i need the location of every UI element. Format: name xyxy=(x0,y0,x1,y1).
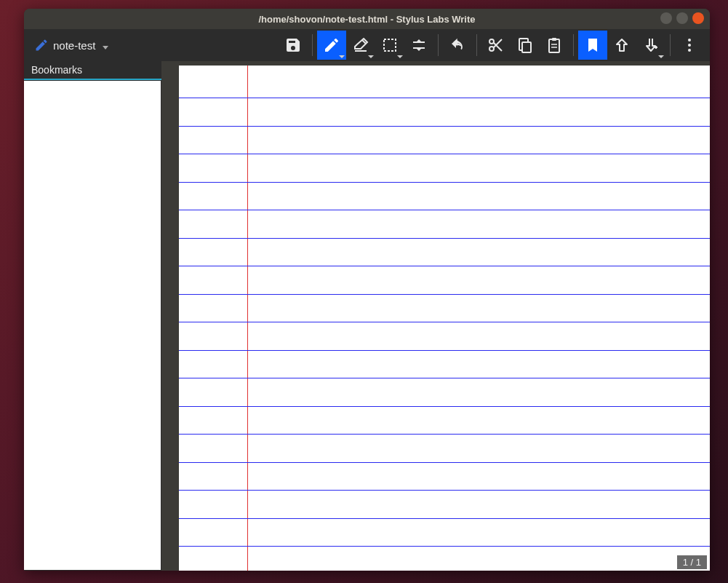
chevron-down-icon xyxy=(368,55,374,58)
pen-tool-button[interactable] xyxy=(317,31,346,60)
next-page-button[interactable] xyxy=(636,31,665,60)
cut-button[interactable] xyxy=(481,31,511,60)
bookmark-button[interactable] xyxy=(578,31,607,60)
minimize-button[interactable] xyxy=(660,12,672,24)
scissors-icon xyxy=(487,36,505,54)
eraser-icon xyxy=(352,36,369,54)
sidebar-header: Bookmarks xyxy=(24,61,161,80)
bookmarks-sidebar: Bookmarks xyxy=(24,61,161,571)
rule-line xyxy=(179,182,710,183)
separator xyxy=(438,34,439,56)
app-window: /home/shovon/note-test.html - Stylus Lab… xyxy=(24,9,710,571)
insert-space-icon xyxy=(410,36,428,54)
separator xyxy=(573,34,574,56)
svg-rect-0 xyxy=(384,39,396,51)
pencil-icon xyxy=(34,38,49,52)
rule-line xyxy=(179,238,710,239)
window-controls xyxy=(660,12,704,24)
rule-line xyxy=(179,406,710,407)
rule-line xyxy=(179,462,710,463)
rule-line xyxy=(179,210,710,210)
bookmarks-list[interactable] xyxy=(24,81,161,570)
titlebar: /home/shovon/note-test.html - Stylus Lab… xyxy=(24,9,710,29)
svg-rect-3 xyxy=(522,42,531,52)
separator xyxy=(670,34,671,56)
arrow-down-plus-icon xyxy=(642,36,660,54)
rule-line xyxy=(179,518,710,519)
arrow-up-icon xyxy=(613,36,631,54)
pen-icon xyxy=(323,36,340,54)
eraser-tool-button[interactable] xyxy=(346,31,375,60)
rule-line xyxy=(179,294,710,295)
insert-space-button[interactable] xyxy=(404,31,433,60)
copy-icon xyxy=(516,36,534,54)
prev-page-button[interactable] xyxy=(607,31,636,60)
select-icon xyxy=(381,36,399,54)
rule-line xyxy=(179,322,710,322)
clipboard-icon xyxy=(545,36,563,54)
rule-line xyxy=(179,266,710,266)
paste-button[interactable] xyxy=(540,31,569,60)
separator xyxy=(476,34,477,56)
note-page[interactable] xyxy=(179,66,710,571)
copy-button[interactable] xyxy=(511,31,540,60)
canvas-area[interactable]: 1 / 1 xyxy=(161,61,710,571)
rule-line xyxy=(179,434,710,435)
bookmark-icon xyxy=(584,36,601,54)
document-switcher[interactable]: note-test xyxy=(30,38,113,52)
rule-line xyxy=(179,98,710,98)
chevron-down-icon xyxy=(339,55,345,58)
chevron-down-icon xyxy=(397,55,403,58)
svg-point-7 xyxy=(688,44,691,47)
save-button[interactable] xyxy=(279,31,308,60)
undo-button[interactable] xyxy=(443,31,472,60)
rule-line xyxy=(179,154,710,154)
rule-line xyxy=(179,126,710,127)
chevron-down-icon xyxy=(103,46,108,49)
toolbar: note-test xyxy=(24,29,710,61)
menu-button[interactable] xyxy=(675,31,704,60)
close-button[interactable] xyxy=(692,12,704,24)
svg-rect-5 xyxy=(552,38,556,41)
svg-point-8 xyxy=(688,49,691,52)
rule-line xyxy=(179,546,710,547)
kebab-menu-icon xyxy=(681,36,698,54)
rule-line xyxy=(179,490,710,491)
content-area: Bookmarks 1 / 1 xyxy=(24,61,710,571)
rule-line xyxy=(179,378,710,378)
margin-line xyxy=(247,66,248,571)
select-tool-button[interactable] xyxy=(375,31,404,60)
undo-icon xyxy=(449,36,466,54)
save-icon xyxy=(284,36,302,54)
svg-point-6 xyxy=(688,39,691,41)
svg-rect-4 xyxy=(549,39,559,52)
maximize-button[interactable] xyxy=(676,12,688,24)
rule-line xyxy=(179,350,710,351)
document-name: note-test xyxy=(53,39,95,52)
window-title: /home/shovon/note-test.html - Stylus Lab… xyxy=(258,14,475,25)
page-indicator: 1 / 1 xyxy=(677,555,707,569)
separator xyxy=(312,34,313,56)
chevron-down-icon xyxy=(658,55,664,58)
